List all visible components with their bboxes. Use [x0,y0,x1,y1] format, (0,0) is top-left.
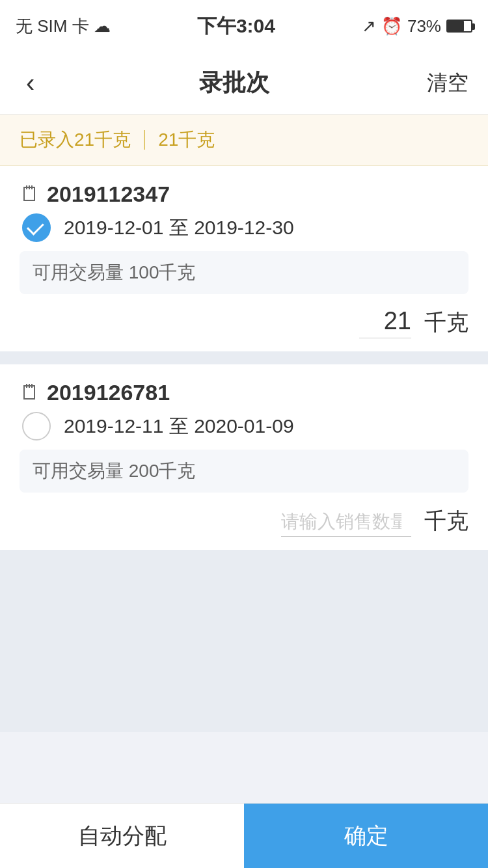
recorded-label: 已录入21千克 [20,128,131,152]
confirm-button[interactable]: 确定 [244,804,488,868]
batch-2-qty-input[interactable] [281,506,411,537]
info-divider [144,130,145,150]
location-icon: ↗ [362,16,376,36]
batch-2-radio[interactable] [22,412,51,441]
batch-1-qty-row: 21 千克 [0,294,488,351]
batch-1-available: 可用交易量 100千克 [20,251,468,294]
nav-bar: ‹ 录批次 清空 [0,52,488,115]
bottom-actions: 自动分配 确定 [0,803,488,868]
batch-1-radio[interactable] [22,213,51,242]
batch-2-id: 2019126781 [47,380,170,405]
status-left: 无 SIM 卡 ☁ [16,15,111,38]
content-area: 🗒 2019112347 2019-12-01 至 2019-12-30 可用交… [0,166,488,797]
batch-1-section: 🗒 2019112347 2019-12-01 至 2019-12-30 可用交… [0,166,488,351]
batch-1-header: 🗒 2019112347 [20,182,468,207]
batch-2-date: 2019-12-11 至 2020-01-09 [64,413,294,440]
batch-1-card: 🗒 2019112347 2019-12-01 至 2019-12-30 可用交… [0,166,488,294]
batch-1-unit: 千克 [424,308,468,338]
alarm-icon: ⏰ [381,16,402,36]
status-bar: 无 SIM 卡 ☁ 下午3:04 ↗ ⏰ 73% [0,0,488,52]
batch-2-section: 🗒 2019126781 2019-12-11 至 2020-01-09 可用交… [0,364,488,550]
status-time: 下午3:04 [197,13,275,40]
spacer-area [0,550,488,732]
batch-1-id: 2019112347 [47,182,170,207]
batch-1-date-row: 2019-12-01 至 2019-12-30 [20,213,468,242]
batch-1-doc-icon: 🗒 [20,182,40,206]
battery-icon [446,20,472,33]
batch-2-doc-icon: 🗒 [20,381,40,405]
info-banner: 已录入21千克 21千克 [0,115,488,166]
batch-2-card: 🗒 2019126781 2019-12-11 至 2020-01-09 可用交… [0,364,488,493]
batch-2-unit: 千克 [424,506,468,536]
recorded-value: 21千克 [158,128,215,152]
status-right: ↗ ⏰ 73% [362,16,472,36]
batch-2-qty-row: 千克 [0,493,488,550]
page-title: 录批次 [199,67,269,99]
auto-distribute-button[interactable]: 自动分配 [0,804,244,868]
batch-1-date: 2019-12-01 至 2019-12-30 [64,215,294,241]
clear-button[interactable]: 清空 [427,69,468,98]
batch-1-qty-value: 21 [359,307,411,338]
no-sim-text: 无 SIM 卡 ☁ [16,15,111,38]
battery-text: 73% [407,16,441,36]
batch-2-available: 可用交易量 200千克 [20,450,468,493]
batch-2-header: 🗒 2019126781 [20,380,468,405]
back-button[interactable]: ‹ [20,62,41,104]
section-divider [0,351,488,364]
batch-2-date-row: 2019-12-11 至 2020-01-09 [20,412,468,441]
